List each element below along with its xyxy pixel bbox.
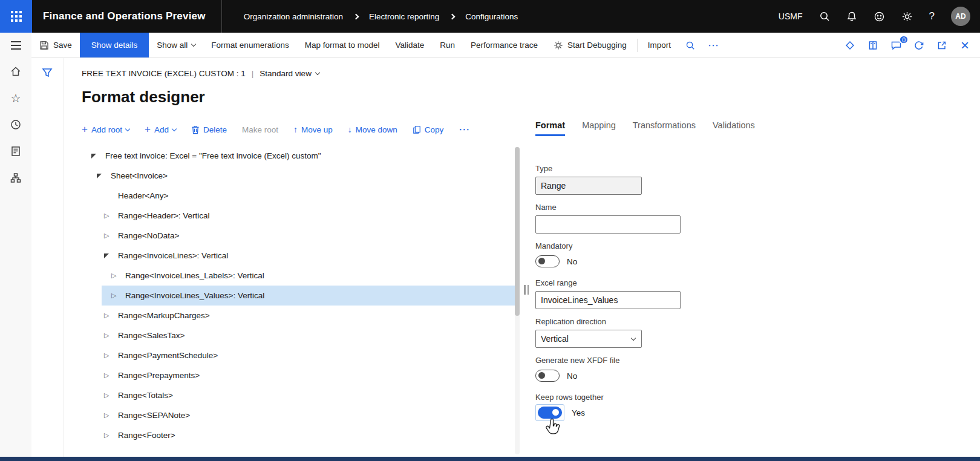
start-debugging-button[interactable]: Start Debugging [546,33,635,57]
sidebar-item-forms[interactable] [0,138,31,165]
performance-trace-button[interactable]: Performance trace [463,33,546,57]
import-button[interactable]: Import [640,33,679,57]
app-launcher-button[interactable] [0,0,32,33]
replication-direction-value: Vertical [541,334,569,344]
tree-node[interactable]: ▷Range<Header>: Vertical [82,206,520,226]
view-selector[interactable]: Standard view [260,69,319,78]
collapse-arrow-icon[interactable]: ▷ [104,212,115,219]
show-all-button[interactable]: Show all [149,33,203,57]
open-in-new-window-icon[interactable] [930,33,953,57]
main-content: FREE TEXT INVOICE (EXCEL) CUSTOM : 1 | S… [64,58,980,457]
hamburger-menu-button[interactable] [0,33,31,58]
detail-panel: FormatMappingTransformationsValidations … [533,120,980,457]
generate-xfdf-toggle[interactable]: No [535,368,980,383]
collapse-arrow-icon[interactable]: ▷ [104,432,115,439]
collapse-arrow-icon[interactable]: ▷ [104,312,115,319]
show-details-button[interactable]: Show details [80,33,149,57]
tree-node[interactable]: ▷Range<Prepayments> [82,365,520,385]
tree-node[interactable]: Range<InvoiceLines>: Vertical [82,246,520,266]
make-root-button[interactable]: Make root [242,125,278,134]
tree-node[interactable]: ▷Range<Totals> [82,385,520,405]
close-x-glyph: × [961,38,969,53]
keep-rows-together-label: Keep rows together [535,393,980,402]
tree-node[interactable]: Free text invoice: Excel = "Free text in… [82,146,520,166]
task-guide-book-icon[interactable] [861,33,884,57]
tree-node[interactable]: ▷Range<SalesTax> [82,325,520,345]
excel-range-input[interactable] [535,291,681,309]
move-up-button[interactable]: ↑ Move up [293,125,333,134]
format-tree-column: + Add root + Add Delete Make root ↑ [82,120,520,457]
tab-mapping[interactable]: Mapping [582,120,616,134]
run-button[interactable]: Run [432,33,463,57]
tree-node[interactable]: Header<Any> [82,186,520,206]
help-icon[interactable]: ? [929,10,935,22]
expand-arrow-icon[interactable] [97,174,108,178]
collapse-arrow-icon[interactable]: ▷ [104,372,115,379]
validate-button[interactable]: Validate [387,33,432,57]
breadcrumb-item[interactable]: Configurations [465,12,518,21]
sidebar-item-modules[interactable] [0,165,31,191]
avatar[interactable]: AD [951,7,970,26]
save-button[interactable]: Save [31,33,80,57]
messages-icon[interactable]: 0 [884,33,907,57]
scrollbar-thumb[interactable] [515,147,520,316]
collapse-arrow-icon[interactable]: ▷ [111,272,122,279]
move-down-button[interactable]: ↓ Move down [348,125,397,134]
tree-node[interactable]: ▷Range<InvoiceLines_Labels>: Vertical [82,266,520,286]
format-enumerations-button[interactable]: Format enumerations [203,33,296,57]
app-title[interactable]: Finance and Operations Preview [43,10,206,22]
expand-arrow-icon[interactable] [91,154,102,159]
map-format-to-model-button[interactable]: Map format to model [297,33,388,57]
tree-node-label: Range<InvoiceLines_Labels>: Vertical [125,271,264,280]
refresh-icon[interactable] [907,33,930,57]
tree-node[interactable]: ▷Range<SEPANote> [82,405,520,425]
tab-transformations[interactable]: Transformations [633,120,696,134]
tree-more-options-icon[interactable]: ⋯ [459,123,469,136]
settings-gear-icon[interactable] [901,11,913,22]
sidebar-item-favorites[interactable]: ☆ [0,85,31,111]
tab-format[interactable]: Format [535,120,565,136]
collapse-arrow-icon[interactable]: ▷ [104,332,115,339]
name-input[interactable] [535,215,681,234]
show-all-label: Show all [157,41,188,50]
sidebar-item-recent[interactable] [0,111,31,138]
close-icon[interactable]: × [953,33,976,57]
tree-node[interactable]: ▷Range<PaymentSchedule> [82,345,520,365]
breadcrumb-item[interactable]: Organization administration [244,12,343,21]
search-icon[interactable] [819,11,830,22]
action-search-icon[interactable] [679,33,702,57]
feedback-smiley-icon[interactable] [874,11,885,22]
sidebar-item-home[interactable] [0,58,31,85]
collapse-arrow-icon[interactable]: ▷ [104,232,115,239]
add-button[interactable]: + Add [145,125,176,134]
breadcrumb-item[interactable]: Electronic reporting [369,12,439,21]
tree-node[interactable]: ▷Range<MarkupCharges> [82,306,520,325]
delete-button[interactable]: Delete [191,125,227,134]
collapse-arrow-icon[interactable]: ▷ [104,412,115,419]
type-input[interactable] [535,177,642,195]
replication-direction-select[interactable]: Vertical [535,330,642,348]
pane-splitter[interactable] [520,120,533,457]
tree-node[interactable]: ▷Range<NoData> [82,226,520,246]
collapse-arrow-icon[interactable]: ▷ [111,292,122,299]
mandatory-toggle[interactable]: No [535,254,980,269]
tree-scrollbar[interactable] [515,147,520,454]
company-picker[interactable]: USMF [779,11,803,21]
expand-arrow-icon[interactable] [104,253,115,258]
chevron-down-icon [631,335,636,340]
keep-rows-together-toggle[interactable]: Yes [535,405,980,420]
collapse-arrow-icon[interactable]: ▷ [104,352,115,359]
tree-node[interactable]: ▷Range<InvoiceLines_Values>: Vertical [82,286,520,306]
tree-node[interactable]: ▷Range<Footer> [82,425,520,445]
start-debugging-label: Start Debugging [567,41,627,50]
designer-diamond-icon[interactable] [838,33,861,57]
splitter-handle-icon[interactable] [524,285,529,295]
notifications-bell-icon[interactable] [846,11,857,22]
copy-button[interactable]: Copy [413,125,444,134]
tab-validations[interactable]: Validations [713,120,755,134]
add-root-button[interactable]: + Add root [82,125,129,134]
filter-funnel-icon[interactable] [41,67,53,81]
more-options-icon[interactable]: ⋯ [702,33,725,57]
collapse-arrow-icon[interactable]: ▷ [104,392,115,399]
tree-node[interactable]: Sheet<Invoice> [82,166,520,186]
